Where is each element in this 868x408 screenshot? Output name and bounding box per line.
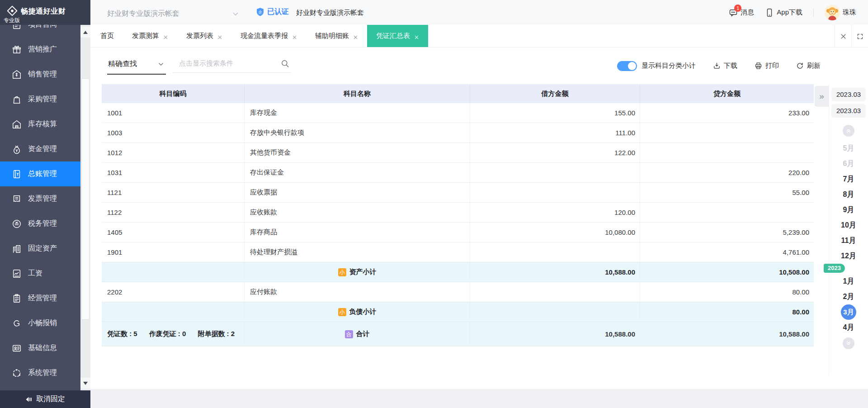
sidebar-item-7[interactable]: 发票管理 (0, 186, 80, 211)
table-footer-row: 凭证数 : 5作废凭证 : 0附单据数 : 2 合 合计 10,588.00 1… (102, 322, 814, 346)
tab-close-icon[interactable] (292, 33, 297, 38)
table-body: 1001库存现金155.00233.001003存放中央银行款项111.0010… (102, 103, 814, 322)
tab-close-icon[interactable] (414, 33, 419, 38)
sidebar-item-12[interactable]: 小畅报销 (0, 311, 80, 336)
sidebar-item-9[interactable]: 固定资产 (0, 236, 80, 261)
month-item-7月[interactable]: 7月 (829, 171, 868, 187)
sidebar-item-1[interactable]: 营销推广 (0, 37, 80, 62)
cell-debit: 10,080.00 (470, 223, 640, 242)
collapse-period-panel-button[interactable]: » (815, 86, 829, 107)
sidebar-item-6[interactable]: 总账管理 (0, 161, 80, 186)
sidebar-item-4[interactable]: 库存核算 (0, 112, 80, 137)
refresh-button[interactable]: 刷新 (796, 62, 821, 70)
month-item-2月[interactable]: 2月 (829, 289, 868, 304)
subtotal-toggle[interactable]: 显示科目分类小计 (617, 61, 696, 71)
column-header-name[interactable]: 科目名称 (245, 84, 470, 103)
cell-code: 1012 (102, 143, 245, 162)
period-to-box[interactable]: 2023.03 (832, 104, 865, 117)
period-from-value: 2023.03 (836, 90, 861, 98)
sidebar-item-11[interactable]: 经营管理 (0, 286, 80, 311)
search-mode-select[interactable]: 精确查找 (107, 59, 166, 75)
app-logo-block: 畅捷通好业财 专业版 (0, 0, 90, 25)
unpin-sidebar-button[interactable]: 取消固定 (0, 390, 90, 408)
scroll-up-arrow[interactable] (80, 27, 90, 38)
close-tab-button[interactable] (835, 25, 851, 47)
refresh-icon (796, 62, 804, 70)
cell-debit (470, 183, 640, 202)
sidebar-item-label: 系统管理 (28, 368, 57, 378)
sidebar-item-3[interactable]: 采购管理 (0, 87, 80, 112)
table-row[interactable]: 1012其他货币资金122.00 (102, 143, 814, 163)
month-item-12月[interactable]: 12月 (829, 248, 868, 264)
search-input[interactable]: 点击显示搜索条件 (173, 59, 291, 73)
download-button[interactable]: 下载 (713, 62, 737, 70)
sidebar-item-2[interactable]: 销售管理 (0, 62, 80, 87)
sidebar-item-label: 资金管理 (28, 144, 57, 154)
sidebar-item-label: 经营管理 (28, 294, 57, 303)
column-header-code[interactable]: 科目编码 (102, 84, 245, 103)
sidebar-item-label: 采购管理 (28, 95, 57, 104)
period-from-box[interactable]: 2023.03 (832, 88, 865, 100)
table-row[interactable]: 1001库存现金155.00233.00 (102, 103, 814, 123)
toolbar: 精确查找 点击显示搜索条件 显示科目分类小计 下载 (90, 47, 868, 84)
messages-button[interactable]: 消息 1 (729, 8, 754, 17)
print-button[interactable]: 打印 (755, 62, 779, 70)
sidebar-item-14[interactable]: 系统管理 (0, 361, 80, 385)
months-scroll-up-button[interactable] (843, 125, 854, 137)
tab-3[interactable]: 现金流量表季报 (231, 25, 306, 47)
scroll-down-arrow[interactable] (80, 378, 90, 389)
subtotal-row[interactable]: 小负债小计80.00 (102, 302, 814, 322)
month-item-3月[interactable]: 3月 (829, 304, 868, 320)
sidebar-item-0[interactable]: 项目合同 (0, 25, 80, 37)
table-row[interactable]: 1003存放中央银行款项111.00 (102, 123, 814, 143)
tab-1[interactable]: 发票测算 (123, 25, 177, 47)
table-row[interactable]: 1121应收票据55.00 (102, 183, 814, 203)
table-row[interactable]: 2202应付账款80.00 (102, 282, 814, 302)
sidebar-item-8[interactable]: 税务管理 (0, 211, 80, 236)
month-item-9月[interactable]: 9月 (829, 202, 868, 218)
tab-label: 辅助明细账 (315, 32, 349, 40)
month-item-8月[interactable]: 8月 (829, 187, 868, 202)
month-item-4月[interactable]: 4月 (829, 320, 868, 335)
column-header-debit[interactable]: 借方金额 (470, 84, 640, 103)
months-scroll-down-button[interactable] (843, 337, 854, 349)
period-to-value: 2023.03 (836, 107, 861, 114)
month-item-6月[interactable]: 6月 (829, 156, 868, 171)
app-download-button[interactable]: App下载 (765, 8, 802, 17)
cell-name: 应收账款 (245, 203, 470, 222)
tab-2[interactable]: 发票列表 (177, 25, 231, 47)
account-dropdown[interactable]: 好业财专业版演示帐套 (102, 4, 244, 26)
double-chevron-down-icon (845, 340, 852, 346)
month-item-11月[interactable]: 11月 (829, 233, 868, 248)
user-menu[interactable]: 珠珠 (825, 5, 856, 20)
tab-label: 凭证汇总表 (376, 32, 410, 40)
toggle-switch[interactable] (617, 61, 637, 71)
sidebar-item-5[interactable]: 资金管理 (0, 137, 80, 161)
tab-5[interactable]: 凭证汇总表 (367, 25, 428, 47)
report-region: 科目编码 科目名称 借方金额 贷方金额 1001库存现金155.00233.00… (90, 84, 868, 389)
subtotal-label: 小负债小计 (245, 302, 470, 322)
cell-credit: 220.00 (640, 163, 814, 182)
brand-edition: 专业版 (4, 17, 20, 24)
tab-close-icon[interactable] (353, 33, 358, 38)
column-header-credit[interactable]: 贷方金额 (640, 84, 814, 103)
month-item-1月[interactable]: 1月 (829, 274, 868, 289)
sidebar-item-10[interactable]: 工资 (0, 261, 80, 286)
fullscreen-button[interactable] (851, 25, 868, 47)
scrollbar-thumb[interactable] (81, 78, 90, 320)
tab-0[interactable]: 首页 (91, 25, 123, 47)
sidebar-scrollbar[interactable] (80, 25, 90, 390)
table-row[interactable]: 1122应收账款120.00 (102, 203, 814, 223)
messages-label: 消息 (741, 8, 754, 17)
month-item-10月[interactable]: 10月 (829, 218, 868, 233)
table-row[interactable]: 1031存出保证金220.00 (102, 163, 814, 183)
table-row[interactable]: 1901待处理财产损溢4,761.00 (102, 242, 814, 262)
tab-close-icon[interactable] (163, 33, 168, 38)
table-row[interactable]: 1405库存商品10,080.005,239.00 (102, 223, 814, 242)
sidebar-item-13[interactable]: 基础信息 (0, 336, 80, 361)
tab-4[interactable]: 辅助明细账 (306, 25, 367, 47)
close-icon (840, 33, 847, 40)
month-item-5月[interactable]: 5月 (829, 141, 868, 156)
tab-close-icon[interactable] (217, 33, 222, 38)
subtotal-row[interactable]: 小资产小计10,588.0010,508.00 (102, 262, 814, 282)
